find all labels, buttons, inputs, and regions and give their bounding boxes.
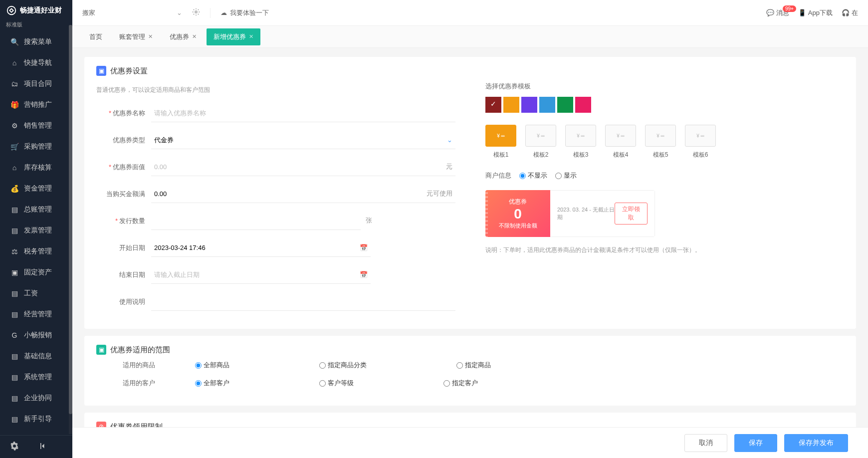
close-icon[interactable]: ✕ (148, 33, 153, 40)
sidebar-item-label: 基础信息 (24, 352, 52, 361)
calendar-icon[interactable]: 📅 (360, 244, 368, 251)
merchant-hide-radio[interactable]: 不显示 (519, 171, 547, 180)
sidebar-item-cart[interactable]: ⚙销售管理 (0, 115, 72, 136)
org-selector[interactable]: 搬家 ⌄ (82, 8, 182, 17)
experience-button[interactable]: ☁ 我要体验一下 (220, 8, 269, 17)
start-date-input[interactable] (151, 239, 371, 257)
sidebar-item-label: 经营管理 (24, 310, 52, 319)
scope-option[interactable]: 客户等级 (319, 379, 354, 388)
template-4[interactable]: ¥ ═模板4 (605, 125, 636, 159)
cancel-button[interactable]: 取消 (684, 434, 727, 452)
sidebar-item-label: 税务管理 (24, 247, 52, 256)
template-preview: ¥ ═ (485, 125, 516, 147)
sidebar-item-xc[interactable]: G小畅报销 (0, 325, 72, 346)
headset-icon: 🎧 (842, 9, 850, 16)
sidebar-item-guide[interactable]: ▤新手引导 (0, 409, 72, 430)
threshold-label: 当购买金额满 (106, 190, 145, 198)
scope-option[interactable]: 指定商品分类 (319, 361, 367, 370)
tab[interactable]: 账套管理✕ (112, 28, 160, 45)
template-1[interactable]: ¥ ═模板1 (485, 125, 516, 159)
sidebar-item-asset[interactable]: ▣固定资产 (0, 262, 72, 283)
support-button[interactable]: 🎧 在 (842, 8, 858, 17)
tab[interactable]: 优惠券✕ (163, 28, 204, 45)
desc-input[interactable] (151, 293, 455, 311)
preview-cta-button[interactable]: 立即领取 (615, 203, 648, 225)
sidebar-scrollbar[interactable] (69, 25, 72, 434)
biz-icon: ▤ (10, 310, 19, 319)
sidebar-item-stock[interactable]: ⌂库存核算 (0, 157, 72, 178)
swatch-blue[interactable] (539, 97, 555, 113)
sidebar-item-sys[interactable]: ▤系统管理 (0, 367, 72, 388)
template-2[interactable]: ¥ ═模板2 (525, 125, 556, 159)
scope-option[interactable]: 指定客户 (443, 379, 478, 388)
gear-icon[interactable] (10, 442, 19, 452)
start-label: 开始日期 (119, 244, 145, 251)
threshold-input[interactable] (151, 185, 455, 203)
sidebar-item-home[interactable]: ⌂快捷导航 (0, 52, 72, 73)
merchant-show-radio[interactable]: 显示 (555, 171, 577, 180)
base-icon: ▤ (10, 352, 19, 361)
swatch-pink[interactable] (575, 97, 591, 113)
sidebar-item-ledger[interactable]: ▤总账管理 (0, 199, 72, 220)
template-3[interactable]: ¥ ═模板3 (565, 125, 596, 159)
sys-icon: ▤ (10, 373, 19, 382)
collapse-icon[interactable] (39, 442, 48, 452)
swatch-green[interactable] (557, 97, 573, 113)
save-button[interactable]: 保存 (734, 434, 777, 452)
calendar-icon[interactable]: 📅 (360, 271, 368, 278)
cloud-icon: ☁ (220, 9, 227, 16)
scope-option[interactable]: 全部商品 (195, 361, 229, 370)
template-5[interactable]: ¥ ═模板5 (645, 125, 676, 159)
messages-button[interactable]: 💬 消息 99+ (766, 8, 789, 17)
template-6[interactable]: ¥ ═模板6 (685, 125, 716, 159)
guide-icon: ▤ (10, 415, 19, 424)
section-coupon-settings: ▣ 优惠券设置 普通优惠券，可以设定适用商品和客户范围 *优惠券名称 优惠券类型 (84, 57, 856, 329)
sidebar-item-folder[interactable]: 🗂项目合同 (0, 73, 72, 94)
scope-option[interactable]: 全部客户 (195, 379, 229, 388)
ledger-icon: ▤ (10, 205, 19, 214)
swatch-brown[interactable] (485, 97, 501, 113)
explain-text: 说明：下单时，适用此优惠券商品的合计金额满足条件才可以使用（仅限一张）。 (485, 246, 844, 254)
tax-icon: ⚖ (10, 247, 19, 256)
preview-title: 优惠券 (509, 198, 527, 206)
sidebar-item-purchase[interactable]: 🛒采购管理 (0, 136, 72, 157)
tab[interactable]: 新增优惠券✕ (207, 28, 260, 45)
chevron-down-icon[interactable]: ⌄ (447, 136, 452, 144)
sidebar-item-invoice[interactable]: ▤发票管理 (0, 220, 72, 241)
app-download-button[interactable]: 📱 App下载 (798, 8, 833, 17)
org-name: 搬家 (82, 8, 95, 17)
sidebar-item-money[interactable]: 💰资金管理 (0, 178, 72, 199)
template-preview: ¥ ═ (565, 125, 596, 147)
swatch-orange[interactable] (503, 97, 519, 113)
scope-option[interactable]: 指定商品 (456, 361, 491, 370)
merchant-label: 商户信息 (485, 171, 511, 180)
save-publish-button[interactable]: 保存并发布 (784, 434, 848, 452)
sidebar-item-base[interactable]: ▤基础信息 (0, 346, 72, 367)
scope-label: 适用的客户 (110, 379, 155, 388)
coupon-face-input[interactable] (151, 158, 455, 176)
coupon-name-input[interactable] (151, 104, 455, 122)
template-label: 模板3 (573, 151, 589, 159)
template-label: 模板1 (493, 151, 509, 159)
qty-input[interactable] (151, 212, 361, 230)
tab[interactable]: 首页 (82, 28, 109, 45)
asset-icon: ▣ (10, 268, 19, 277)
sidebar-item-collab[interactable]: ▤企业协同 (0, 388, 72, 409)
stock-icon: ⌂ (10, 163, 19, 172)
section1-title: 优惠券设置 (110, 66, 148, 76)
sidebar-item-label: 系统管理 (24, 373, 52, 382)
coupon-type-select[interactable] (151, 131, 455, 149)
template-preview: ¥ ═ (525, 125, 556, 147)
close-icon[interactable]: ✕ (192, 33, 197, 40)
sidebar-item-biz[interactable]: ▤经营管理 (0, 304, 72, 325)
template-label: 选择优惠券模板 (485, 82, 844, 91)
template-label: 模板2 (533, 151, 549, 159)
close-icon[interactable]: ✕ (249, 33, 253, 40)
sidebar-item-gift[interactable]: 🎁营销推广 (0, 94, 72, 115)
end-date-input[interactable] (151, 266, 371, 284)
sidebar-item-salary[interactable]: ▤工资 (0, 283, 72, 304)
settings-icon[interactable] (192, 8, 200, 17)
sidebar-item-tax[interactable]: ⚖税务管理 (0, 241, 72, 262)
swatch-purple[interactable] (521, 97, 537, 113)
sidebar-item-search[interactable]: 🔍搜索菜单 (0, 31, 72, 52)
